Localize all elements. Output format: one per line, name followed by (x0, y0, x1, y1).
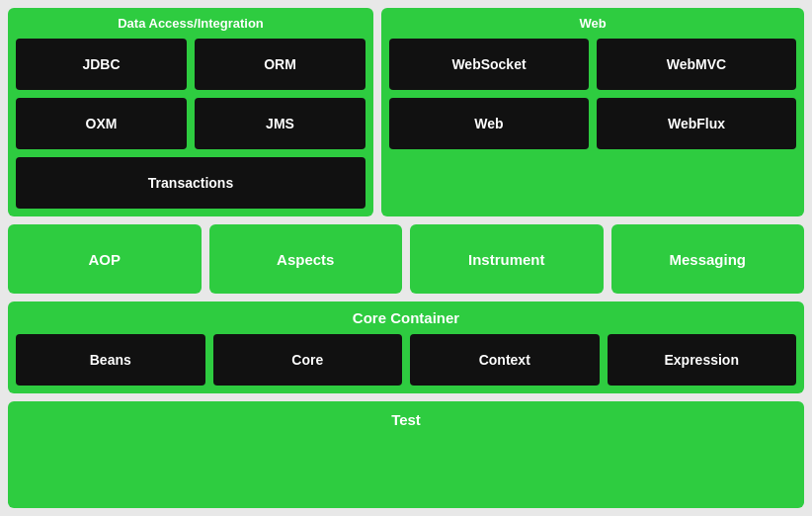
messaging-label: Messaging (669, 251, 746, 268)
oxm-button[interactable]: OXM (16, 98, 187, 149)
data-access-title: Data Access/Integration (16, 16, 365, 31)
web-box: Web WebSocket WebMVC Web WebFlux (381, 8, 804, 216)
instrument-box[interactable]: Instrument (410, 224, 604, 294)
expression-button[interactable]: Expression (608, 334, 797, 386)
core-container-box: Core Container Beans Core Context Expres… (8, 301, 804, 393)
row-1: Data Access/Integration JDBC ORM OXM JMS… (8, 8, 804, 216)
orm-button[interactable]: ORM (195, 39, 365, 90)
test-title: Test (391, 411, 421, 428)
aop-label: AOP (88, 251, 121, 268)
data-access-box: Data Access/Integration JDBC ORM OXM JMS… (8, 8, 373, 216)
webmvc-button[interactable]: WebMVC (597, 39, 796, 90)
web-title: Web (389, 16, 796, 31)
websocket-button[interactable]: WebSocket (389, 39, 589, 90)
core-container-title: Core Container (16, 309, 796, 326)
row-2: AOP Aspects Instrument Messaging (8, 224, 804, 294)
messaging-box[interactable]: Messaging (611, 224, 805, 294)
main-container: Data Access/Integration JDBC ORM OXM JMS… (0, 0, 812, 516)
jdbc-button[interactable]: JDBC (16, 39, 187, 90)
core-container-grid: Beans Core Context Expression (16, 334, 796, 386)
jms-button[interactable]: JMS (195, 98, 365, 149)
aspects-box[interactable]: Aspects (209, 224, 403, 294)
web-button[interactable]: Web (389, 98, 589, 149)
instrument-label: Instrument (468, 251, 545, 268)
core-button[interactable]: Core (213, 334, 403, 386)
web-grid: WebSocket WebMVC Web WebFlux (389, 39, 796, 149)
aop-box[interactable]: AOP (8, 224, 202, 294)
transactions-button[interactable]: Transactions (16, 157, 365, 209)
data-access-grid: JDBC ORM OXM JMS Transactions (16, 39, 365, 209)
beans-button[interactable]: Beans (16, 334, 205, 386)
webflux-button[interactable]: WebFlux (597, 98, 796, 149)
test-box: Test (8, 401, 804, 508)
aspects-label: Aspects (277, 251, 334, 268)
context-button[interactable]: Context (410, 334, 600, 386)
